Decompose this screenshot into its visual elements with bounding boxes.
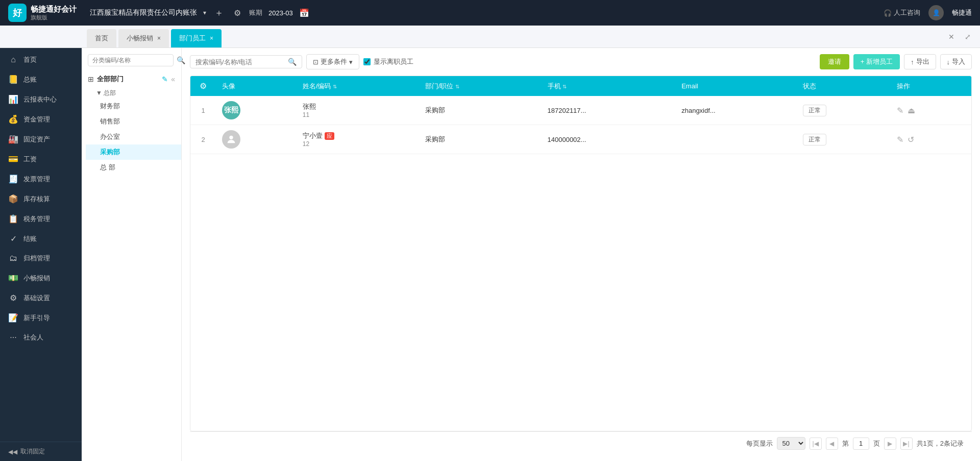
- filter-btn[interactable]: ⊡ 更多条件 ▾: [306, 54, 359, 69]
- sidebar-item-more[interactable]: ··· 社会人: [0, 328, 82, 347]
- col-dept[interactable]: 部门/职位 ⇅: [419, 76, 542, 96]
- settings-icon[interactable]: ⚙: [232, 6, 243, 20]
- page-prev-btn[interactable]: ◀: [826, 438, 838, 450]
- page-number-input[interactable]: [853, 438, 869, 450]
- sidebar-item-tax[interactable]: 📋 税务管理: [0, 209, 82, 229]
- pin-icon: ◀◀: [8, 448, 17, 455]
- dept-tree: ▼ 总部 财务部 销售部 办公室 采购部 总 部: [82, 87, 181, 175]
- sidebar-label-tax: 税务管理: [23, 214, 50, 224]
- add-employee-button[interactable]: + 新增员工: [853, 54, 900, 69]
- dept-node-sales[interactable]: 销售部: [86, 114, 181, 129]
- dept-search-input[interactable]: [88, 54, 174, 66]
- dept-node-hq[interactable]: 总 部: [86, 160, 181, 175]
- headset-icon: 🎧: [884, 9, 892, 17]
- toolbar-row: 🔍 ⊡ 更多条件 ▾ 显示离职员工 邀请 + 新增员工: [190, 54, 972, 69]
- per-page-select[interactable]: 50 20 100: [777, 437, 805, 450]
- user-name[interactable]: 畅捷通: [952, 8, 972, 17]
- row1-name-cell: 张熙 11: [297, 96, 419, 125]
- top-bar-center: 江西服宝精品有限责任公司内账张 ▾ ＋ ⚙ 账期 2023-03 📅: [90, 5, 884, 21]
- filter-label: 更多条件: [321, 57, 347, 66]
- import-button[interactable]: ↓ 导入: [940, 54, 972, 69]
- tab-expense[interactable]: 小畅报销 ×: [118, 29, 169, 47]
- expense-icon: 💵: [8, 273, 18, 283]
- sidebar-item-expense[interactable]: 💵 小畅报销: [0, 268, 82, 288]
- col-phone[interactable]: 手机 ⇅: [542, 76, 676, 96]
- sidebar-item-assets[interactable]: 🏭 固定资产: [0, 129, 82, 149]
- import-label: 导入: [952, 57, 965, 66]
- sidebar-scroll: ⌂ 首页 📒 总账 📊 云报表中心 💰 资金管理 🏭 固定资产 💳 工资: [0, 48, 82, 442]
- archive-icon: 🗂: [8, 254, 18, 263]
- col-settings-icon[interactable]: ⚙: [200, 82, 207, 90]
- col-settings[interactable]: ⚙: [190, 76, 216, 96]
- sidebar-item-guide[interactable]: 📝 新手引导: [0, 308, 82, 328]
- page-first-btn[interactable]: |◀: [810, 438, 822, 450]
- dept-grid-icon: ⊞: [88, 75, 94, 83]
- show-resigned-checkbox[interactable]: [363, 58, 371, 65]
- col-name[interactable]: 姓名/编码 ⇅: [297, 76, 419, 96]
- tab-dept-close[interactable]: ×: [210, 35, 213, 42]
- sidebar-item-home[interactable]: ⌂ 首页: [0, 50, 82, 69]
- edition-label: 旗舰版: [31, 14, 77, 21]
- row1-edit-icon[interactable]: ✎: [897, 106, 903, 115]
- sidebar-item-checkout[interactable]: ✓ 结账: [0, 229, 82, 249]
- dept-node-office[interactable]: 办公室: [86, 129, 181, 144]
- row2-action-btns: ✎ ↺: [897, 135, 965, 144]
- tab-expand-btn[interactable]: ⤢: [962, 31, 974, 43]
- service-btn[interactable]: 🎧 人工咨询: [884, 8, 920, 17]
- dept-sort-icon: ⇅: [455, 84, 459, 89]
- page-last-btn[interactable]: ▶|: [900, 438, 913, 450]
- row2-avatar: [222, 130, 240, 149]
- sidebar-item-reports[interactable]: 📊 云报表中心: [0, 89, 82, 109]
- tab-dept[interactable]: 部门员工 ×: [171, 29, 222, 47]
- invite-button[interactable]: 邀请: [820, 54, 849, 69]
- export-button[interactable]: ↑ 导出: [904, 54, 936, 69]
- row2-edit-icon[interactable]: ✎: [897, 135, 903, 144]
- sidebar-item-archive[interactable]: 🗂 归档管理: [0, 249, 82, 268]
- dept-collapse-icon[interactable]: «: [171, 75, 175, 83]
- dept-node-finance[interactable]: 财务部: [86, 99, 181, 114]
- guide-icon: 📝: [8, 313, 18, 323]
- dept-panel: 🔍 ⊞ 全部部门 ✎ « ▼ 总部 财务部 销售部 办公室 采购部 总 部: [82, 48, 182, 461]
- sidebar-item-salary[interactable]: 💳 工资: [0, 149, 82, 169]
- inner-layout: 🔍 ⊞ 全部部门 ✎ « ▼ 总部 财务部 销售部 办公室 采购部 总 部: [82, 48, 980, 461]
- tab-expense-close[interactable]: ×: [157, 35, 161, 42]
- period-value[interactable]: 2023-03: [268, 9, 293, 17]
- dept-all-header[interactable]: ⊞ 全部部门 ✎ «: [82, 71, 181, 87]
- row1-status: 正常: [797, 96, 891, 125]
- phone-sort-icon: ⇅: [562, 84, 567, 89]
- row1-logout-icon[interactable]: ⏏: [908, 106, 915, 115]
- sidebar-item-funds[interactable]: 💰 资金管理: [0, 109, 82, 129]
- avatar-person-icon: [226, 134, 237, 145]
- dept-edit-icon[interactable]: ✎: [162, 75, 168, 83]
- row2-actions: ✎ ↺: [891, 125, 971, 154]
- employee-search-input[interactable]: [195, 58, 285, 66]
- export-icon: ↑: [911, 58, 914, 66]
- employee-search-icon[interactable]: 🔍: [288, 58, 297, 66]
- sidebar-item-ledger[interactable]: 📒 总账: [0, 69, 82, 89]
- row2-dept: 采购部: [419, 125, 542, 154]
- table-body: 1 张熙 张熙 11 采购部: [190, 96, 971, 154]
- add-company-icon[interactable]: ＋: [212, 5, 226, 21]
- sidebar-item-inventory[interactable]: 📦 库存核算: [0, 189, 82, 209]
- dept-node-purchase[interactable]: 采购部: [86, 144, 181, 160]
- salary-icon: 💳: [8, 154, 18, 164]
- company-dropdown-icon[interactable]: ▾: [203, 9, 206, 16]
- company-name[interactable]: 江西服宝精品有限责任公司内账张: [90, 8, 197, 17]
- dept-search-row: 🔍: [82, 54, 181, 71]
- tax-icon: 📋: [8, 214, 18, 224]
- row2-name: 宁小壹 应: [303, 131, 413, 140]
- page-next-btn[interactable]: ▶: [884, 438, 896, 450]
- sidebar-label-reports: 云报表中心: [23, 95, 57, 104]
- sidebar-item-invoice[interactable]: 🧾 发票管理: [0, 169, 82, 189]
- tab-close-btn[interactable]: ✕: [945, 31, 958, 43]
- search-box: 🔍: [190, 55, 302, 68]
- row2-code: 12: [303, 140, 413, 148]
- calendar-icon[interactable]: 📅: [299, 8, 309, 18]
- funds-icon: 💰: [8, 114, 18, 124]
- row2-refresh-icon[interactable]: ↺: [908, 135, 914, 144]
- per-page-label: 每页显示: [746, 439, 773, 448]
- sidebar-pin-btn[interactable]: ◀◀ 取消固定: [0, 442, 82, 461]
- tab-home[interactable]: 首页: [87, 29, 116, 47]
- sidebar-item-settings[interactable]: ⚙ 基础设置: [0, 288, 82, 308]
- checkout-icon: ✓: [8, 234, 18, 244]
